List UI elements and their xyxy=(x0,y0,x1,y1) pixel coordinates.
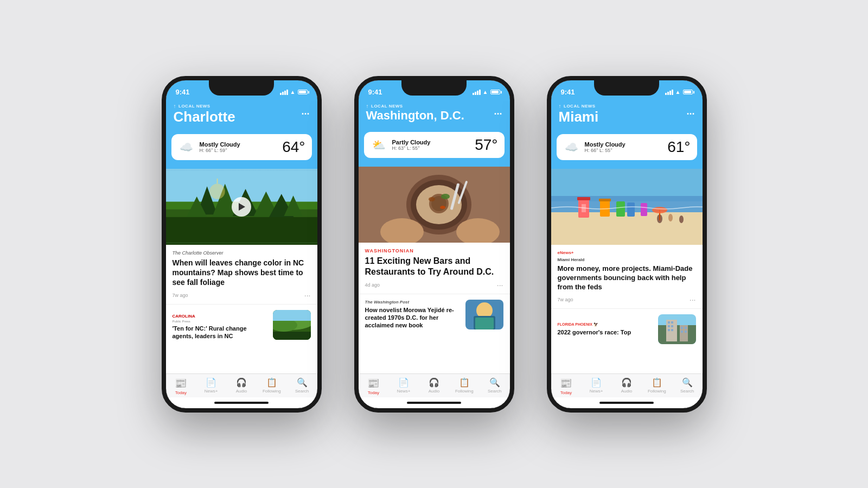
newsplus-icon-charlotte: 📄 xyxy=(206,377,216,388)
more-button-washington[interactable]: ··· xyxy=(494,109,502,120)
svg-rect-48 xyxy=(641,203,647,216)
city-name-washington: Washington, D.C. xyxy=(366,109,464,122)
signal-icon-charlotte xyxy=(280,90,288,95)
search-icon-washington: 🔍 xyxy=(489,377,500,388)
home-indicator-washington xyxy=(359,397,510,408)
article-title-washington-1: 11 Exciting New Bars and Restaurants to … xyxy=(365,256,503,277)
svg-rect-59 xyxy=(668,325,670,327)
source-miami-1: Miami Herald xyxy=(558,257,696,262)
tab-newsplus-washington[interactable]: 📄 News+ xyxy=(388,377,419,395)
notch-washington xyxy=(401,80,467,96)
article-1-miami[interactable]: eNews+ Miami Herald More money, more pro… xyxy=(551,245,703,309)
weather-card-washington: ⛅ Partly Cloudy H: 63° L: 55° 57° xyxy=(364,132,505,158)
svg-point-26 xyxy=(441,194,450,199)
weather-temp-miami: 61° xyxy=(667,138,690,156)
newsplus-icon-washington: 📄 xyxy=(398,377,409,388)
svg-rect-42 xyxy=(577,197,590,200)
tab-label-audio-washington: Audio xyxy=(429,389,439,394)
svg-rect-36 xyxy=(475,318,494,329)
tab-search-washington[interactable]: 🔍 Search xyxy=(480,377,510,395)
newsplus-icon-miami: 📄 xyxy=(591,377,602,388)
tab-audio-charlotte[interactable]: 🎧 Audio xyxy=(226,377,257,395)
weather-icon-charlotte: ☁️ xyxy=(178,138,195,156)
svg-rect-57 xyxy=(668,321,670,324)
local-news-label-charlotte: ↑ LOCAL NEWS xyxy=(174,103,310,109)
article-2-miami[interactable]: FLORIDA PHOENIX 🦅 2022 governor's race: … xyxy=(551,309,703,350)
article-dots-charlotte-1[interactable]: ··· xyxy=(304,291,311,300)
tab-following-miami[interactable]: 📋 Following xyxy=(642,377,672,395)
tab-label-today-miami: Today xyxy=(560,390,572,395)
article-1-charlotte[interactable]: The Charlotte Observer When will leaves … xyxy=(166,245,317,305)
signal-icon-miami xyxy=(665,90,673,95)
city-name-miami: Miami xyxy=(559,109,599,125)
tab-label-today-washington: Today xyxy=(368,390,379,395)
audio-icon-miami: 🎧 xyxy=(621,377,632,388)
article-title-charlotte-2: 'Ten for NC:' Rural change agents, leade… xyxy=(173,325,267,340)
article-1-washington[interactable]: WASHINGTONIAN 11 Exciting New Bars and R… xyxy=(359,243,510,294)
weather-card-charlotte: ☁️ Mostly Cloudy H: 66° L: 59° 64° xyxy=(171,134,312,160)
weather-temp-washington: 57° xyxy=(475,136,497,154)
status-icons-washington: ▲ xyxy=(473,89,500,95)
audio-icon-washington: 🎧 xyxy=(429,377,439,388)
svg-rect-62 xyxy=(671,329,673,331)
tab-today-miami[interactable]: 📰 Today xyxy=(551,377,582,395)
source-charlotte-2: CAROLINA Public Press xyxy=(173,310,267,323)
tab-today-charlotte[interactable]: 📰 Today xyxy=(166,377,196,395)
article-title-washington-2: How novelist Morowa Yejidé re-created 19… xyxy=(365,306,460,329)
signal-icon-washington xyxy=(473,90,481,95)
tab-label-following-miami: Following xyxy=(648,389,666,394)
more-button-charlotte[interactable]: ··· xyxy=(301,109,309,120)
article-time-miami-1: 7w ago xyxy=(558,297,573,302)
svg-rect-60 xyxy=(671,325,673,327)
following-icon-miami: 📋 xyxy=(652,377,662,388)
play-button-charlotte[interactable] xyxy=(232,197,251,217)
article-2-charlotte[interactable]: CAROLINA Public Press 'Ten for NC:' Rura… xyxy=(166,305,317,346)
article-title-charlotte-1: When will leaves change color in NC moun… xyxy=(173,258,311,288)
content-charlotte: The Charlotte Observer When will leaves … xyxy=(166,169,317,373)
hero-image-washington[interactable] xyxy=(359,167,510,243)
tab-bar-charlotte: 📰 Today 📄 News+ 🎧 Audio 📋 Following 🔍 xyxy=(166,373,317,397)
svg-rect-58 xyxy=(671,321,673,324)
weather-card-miami: ☁️ Mostly Cloudy H: 66° L: 55° 61° xyxy=(557,134,697,160)
source-charlotte-1: The Charlotte Observer xyxy=(173,250,311,256)
battery-icon-washington xyxy=(490,90,500,94)
home-indicator-charlotte xyxy=(166,397,317,408)
tab-label-newsplus-miami: News+ xyxy=(590,389,603,394)
tab-following-washington[interactable]: 📋 Following xyxy=(449,377,480,395)
svg-rect-61 xyxy=(668,329,670,331)
tab-today-washington[interactable]: 📰 Today xyxy=(359,377,389,395)
tab-audio-miami[interactable]: 🎧 Audio xyxy=(611,377,642,395)
article-2-washington[interactable]: The Washington Post How novelist Morowa … xyxy=(359,294,510,335)
hero-image-charlotte[interactable] xyxy=(166,169,317,245)
hero-image-miami[interactable] xyxy=(551,169,703,245)
notch-miami xyxy=(594,80,659,96)
svg-rect-18 xyxy=(273,310,311,321)
tab-label-search-charlotte: Search xyxy=(295,389,309,394)
phone-charlotte: 9:41 ▲ ↑ LOCAL NEWS xyxy=(162,76,322,413)
tab-search-miami[interactable]: 🔍 Search xyxy=(672,377,703,395)
svg-point-27 xyxy=(429,197,435,201)
tab-label-following-washington: Following xyxy=(455,389,474,394)
content-miami: eNews+ Miami Herald More money, more pro… xyxy=(551,169,703,373)
tab-label-audio-miami: Audio xyxy=(621,389,632,394)
home-indicator-miami xyxy=(551,397,703,408)
tab-label-newsplus-charlotte: News+ xyxy=(205,389,218,394)
weather-detail-washington: H: 63° L: 55° xyxy=(392,145,431,151)
tab-following-charlotte[interactable]: 📋 Following xyxy=(257,377,287,395)
weather-icon-miami: ☁️ xyxy=(563,138,580,156)
more-button-miami[interactable]: ··· xyxy=(686,109,694,120)
tab-label-newsplus-washington: News+ xyxy=(397,389,411,394)
tab-newsplus-charlotte[interactable]: 📄 News+ xyxy=(196,377,226,395)
article-dots-miami-1[interactable]: ··· xyxy=(690,295,696,304)
city-name-charlotte: Charlotte xyxy=(174,109,235,125)
article-time-charlotte-1: 7w ago xyxy=(173,293,188,298)
tab-label-today-charlotte: Today xyxy=(175,390,187,395)
article-time-washington-1: 4d ago xyxy=(365,282,380,288)
following-icon-washington: 📋 xyxy=(459,377,470,388)
tab-newsplus-miami[interactable]: 📄 News+ xyxy=(581,377,611,395)
svg-point-28 xyxy=(440,206,445,209)
article-dots-washington-1[interactable]: ··· xyxy=(497,281,503,289)
today-icon-miami: 📰 xyxy=(560,377,572,389)
tab-audio-washington[interactable]: 🎧 Audio xyxy=(419,377,449,395)
tab-search-charlotte[interactable]: 🔍 Search xyxy=(287,377,317,395)
